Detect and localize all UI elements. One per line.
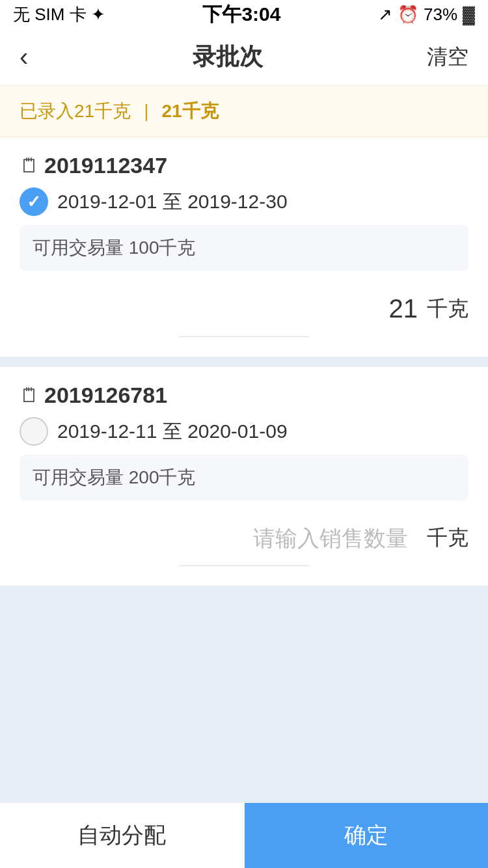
batch-2-input-row: 千克 — [0, 511, 488, 565]
batch-item-1: 🗒 2019112347 ✓ 2019-12-01 至 2019-12-30 可… — [0, 137, 488, 357]
batch-2-divider-container — [0, 565, 488, 573]
nav-bar: ‹ 录批次 清空 — [0, 29, 488, 86]
batch-1-date: 2019-12-01 至 2019-12-30 — [57, 189, 288, 215]
bottom-bar: 自动分配 确定 — [0, 803, 488, 868]
batch-2-unit: 千克 — [427, 524, 468, 552]
batch-2-availability: 可用交易量 200千克 — [20, 455, 468, 500]
checkmark-icon: ✓ — [27, 192, 41, 212]
confirm-button[interactable]: 确定 — [245, 803, 489, 868]
batch-2-divider — [179, 565, 309, 566]
batch-1-radio[interactable]: ✓ — [20, 187, 48, 216]
clear-button[interactable]: 清空 — [427, 43, 468, 72]
batch-1-quantity-row: 21 千克 — [0, 281, 488, 336]
quantity-input[interactable] — [223, 526, 418, 551]
batch-2-date: 2019-12-11 至 2020-01-09 — [57, 418, 288, 445]
battery-percent: 73% — [424, 5, 457, 25]
location-icon: ↗ — [378, 5, 392, 25]
batch-1-number: 2019112347 — [44, 153, 167, 178]
status-left: 无 SIM 卡 ✦ — [13, 3, 105, 26]
battery-icon: ▓ — [463, 5, 475, 25]
batch-2-header: 🗒 2019126781 — [0, 367, 488, 408]
status-right: ↗ ⏰ 73% ▓ — [378, 5, 475, 25]
batch-1-divider-container — [0, 336, 488, 344]
batch-2-icon: 🗒 — [20, 385, 39, 407]
batch-1-divider — [179, 336, 309, 337]
divider: | — [144, 101, 148, 122]
batch-1-date-row[interactable]: ✓ 2019-12-01 至 2019-12-30 — [0, 178, 488, 216]
batch-1-quantity-value: 21 — [389, 294, 418, 323]
batch-1-header: 🗒 2019112347 — [0, 137, 488, 178]
status-time: 下午3:04 — [202, 1, 280, 28]
page-title: 录批次 — [193, 41, 263, 73]
auto-distribute-button[interactable]: 自动分配 — [0, 803, 245, 868]
recorded-label: 已录入21千克 — [20, 99, 131, 124]
batch-1-unit: 千克 — [427, 295, 468, 323]
batch-2-number: 2019126781 — [44, 383, 167, 408]
batch-1-icon: 🗒 — [20, 155, 39, 177]
back-button[interactable]: ‹ — [20, 42, 28, 72]
batch-1-availability: 可用交易量 100千克 — [20, 225, 468, 271]
status-bar: 无 SIM 卡 ✦ 下午3:04 ↗ ⏰ 73% ▓ — [0, 0, 488, 29]
batch-2-date-row[interactable]: 2019-12-11 至 2020-01-09 — [0, 408, 488, 446]
sim-label: 无 SIM 卡 ✦ — [13, 3, 105, 26]
alarm-icon: ⏰ — [398, 5, 418, 25]
separator-1 — [0, 357, 488, 367]
batch-item-2: 🗒 2019126781 2019-12-11 至 2020-01-09 可用交… — [0, 367, 488, 586]
total-label: 21千克 — [161, 99, 218, 124]
info-banner: 已录入21千克 | 21千克 — [0, 86, 488, 137]
batch-2-radio[interactable] — [20, 417, 48, 446]
